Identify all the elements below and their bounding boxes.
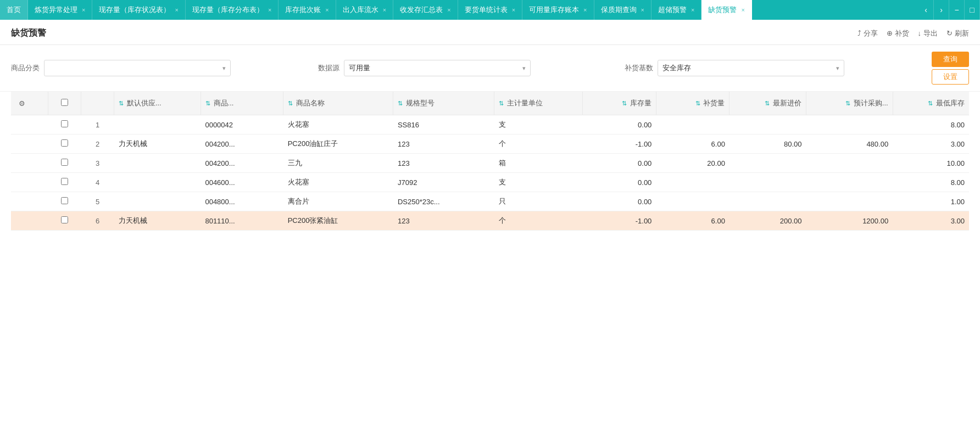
tab-expiry[interactable]: 保质期查询 ×: [594, 0, 652, 20]
tab-stock-dist[interactable]: 现存量（库存分布表） ×: [186, 0, 279, 20]
row-spec-cell: DS250*23c...: [393, 192, 494, 211]
tab-shortage[interactable]: 缺货预警 ×: [701, 0, 751, 20]
row-code-cell: 004200...: [201, 135, 283, 154]
tab-receive[interactable]: 收发存汇总表 ×: [393, 0, 458, 20]
tab-demand[interactable]: 要货单统计表 ×: [458, 0, 522, 20]
tab-maximize-button[interactable]: □: [965, 0, 980, 20]
tab-close-stock-status[interactable]: ×: [175, 7, 178, 13]
tab-close-expiry[interactable]: ×: [641, 7, 644, 13]
share-button[interactable]: ⤴ 分享: [858, 29, 878, 38]
main-content: 缺货预警 ⤴ 分享 ⊕ 补货 ↓ 导出 ↻ 刷新 商品分类: [0, 20, 980, 437]
col-header-price: ⇅ 最新进价: [730, 92, 806, 115]
tab-close-receive[interactable]: ×: [447, 7, 450, 13]
tab-batch[interactable]: 库存批次账 ×: [279, 0, 336, 20]
category-select[interactable]: ▾: [44, 60, 231, 76]
query-button[interactable]: 查询: [932, 52, 969, 67]
replenish-button[interactable]: ⊕ 补货: [887, 29, 909, 38]
row-supplier-cell: 力天机械: [114, 211, 201, 231]
row-unit-cell: 箱: [494, 154, 583, 173]
datasource-select[interactable]: 可用量 ▾: [344, 60, 531, 76]
row-checkbox-4[interactable]: [61, 197, 68, 204]
row-checkbox-5[interactable]: [61, 216, 68, 223]
row-replenish-cell: 6.00: [656, 135, 730, 154]
tab-next-button[interactable]: ›: [934, 0, 949, 20]
tab-minimize-button[interactable]: −: [949, 0, 965, 20]
tab-home[interactable]: 首页: [0, 0, 28, 20]
row-minstock-cell: 10.00: [893, 154, 969, 173]
tab-inout[interactable]: 出入库流水 ×: [336, 0, 393, 20]
replenish-icon: ⊕: [887, 29, 893, 37]
select-all-checkbox[interactable]: [61, 99, 68, 106]
row-checkbox-2[interactable]: [61, 159, 68, 166]
row-settings-cell: [11, 135, 48, 154]
row-code-cell: 004800...: [201, 192, 283, 211]
tab-close-demand[interactable]: ×: [512, 7, 515, 13]
replenish-base-select[interactable]: 安全库存 ▾: [658, 60, 844, 76]
col-header-stock: ⇅ 库存量: [583, 92, 656, 115]
replenish-base-filter-group: 补货基数 安全库存 ▾: [625, 60, 921, 76]
row-forecast-cell: [806, 154, 893, 173]
code-sort-icon: ⇅: [205, 100, 210, 107]
row-settings-cell: [11, 173, 48, 192]
share-icon: ⤴: [858, 29, 861, 37]
row-code-cell: 004200...: [201, 154, 283, 173]
row-supplier-cell: [114, 192, 201, 211]
row-no-cell: 6: [81, 211, 114, 231]
unit-sort-icon: ⇅: [499, 100, 504, 107]
spec-sort-icon: ⇅: [398, 100, 403, 107]
tab-stock-status[interactable]: 现存量（库存状况表） ×: [92, 0, 185, 20]
row-settings-cell: [11, 154, 48, 173]
row-checkbox-1[interactable]: [61, 139, 68, 147]
row-minstock-cell: 1.00: [893, 192, 969, 211]
tab-overstock[interactable]: 超储预警 ×: [652, 0, 701, 20]
replenish-base-select-wrapper: 安全库存 ▾: [658, 60, 844, 76]
tab-abnormal[interactable]: 炼货异常处理 ×: [28, 0, 92, 20]
refresh-button[interactable]: ↻ 刷新: [946, 29, 969, 38]
export-button[interactable]: ↓ 导出: [918, 29, 938, 38]
tab-prev-button[interactable]: ‹: [918, 0, 934, 20]
tab-close-shortage[interactable]: ×: [741, 7, 744, 13]
col-header-settings: ⚙: [11, 92, 48, 115]
row-stock-cell: -1.00: [583, 211, 656, 231]
row-minstock-cell: 8.00: [893, 173, 969, 192]
tab-close-stock-dist[interactable]: ×: [268, 7, 271, 13]
category-label: 商品分类: [11, 63, 40, 73]
tab-close-abnormal[interactable]: ×: [82, 7, 85, 13]
refresh-icon: ↻: [946, 29, 953, 37]
row-minstock-cell: 3.00: [893, 211, 969, 231]
table-settings-icon[interactable]: ⚙: [15, 97, 29, 110]
table-container: ⚙ ⇅ 默认供应... ⇅ 商品... ⇅: [0, 92, 980, 231]
row-stock-cell: 0.00: [583, 154, 656, 173]
row-stock-cell: -1.00: [583, 135, 656, 154]
row-code-cell: 801110...: [201, 211, 283, 231]
tab-close-inout[interactable]: ×: [383, 7, 386, 13]
row-name-cell: 火花塞: [283, 115, 393, 135]
tab-close-overstock[interactable]: ×: [691, 7, 694, 13]
row-no-cell: 5: [81, 192, 114, 211]
col-header-forecast: ⇅ 预计采购...: [806, 92, 893, 115]
col-header-supplier: ⇅ 默认供应...: [114, 92, 201, 115]
row-price-cell: [730, 115, 806, 135]
col-header-no: [81, 92, 114, 115]
filter-bar: 商品分类 ▾ 数据源 可用量 ▾ 补货基数 安全库存: [0, 45, 980, 92]
row-name-cell: PC200油缸庄子: [283, 135, 393, 154]
row-spec-cell: J7092: [393, 173, 494, 192]
row-minstock-cell: 8.00: [893, 115, 969, 135]
tab-close-available[interactable]: ×: [583, 7, 587, 13]
table-row: 1 0000042 火花塞 SS816 支 0.00 8.00: [11, 115, 969, 135]
col-header-unit: ⇅ 主计量单位: [494, 92, 583, 115]
row-checkbox-3[interactable]: [61, 178, 68, 185]
forecast-sort-icon: ⇅: [845, 100, 850, 107]
col-header-minstock: ⇅ 最低库存: [893, 92, 969, 115]
row-spec-cell: 123: [393, 154, 494, 173]
row-supplier-cell: 力天机械: [114, 135, 201, 154]
replenish-base-label: 补货基数: [625, 63, 653, 73]
tab-available[interactable]: 可用量库存账本 ×: [522, 0, 594, 20]
tab-close-batch[interactable]: ×: [325, 7, 328, 13]
settings-button[interactable]: 设置: [932, 69, 969, 85]
row-checkbox-0[interactable]: [61, 120, 68, 127]
row-no-cell: 2: [81, 135, 114, 154]
row-forecast-cell: [806, 115, 893, 135]
col-header-code: ⇅ 商品...: [201, 92, 283, 115]
row-unit-cell: 只: [494, 192, 583, 211]
